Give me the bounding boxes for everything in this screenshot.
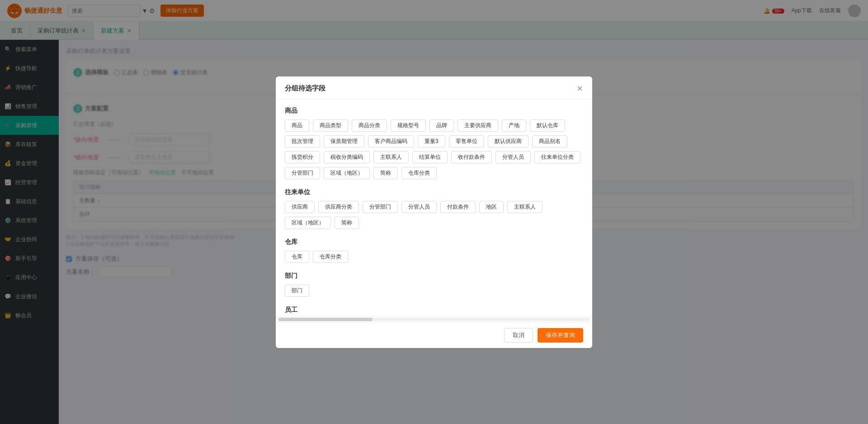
section-goods-title: 商品 xyxy=(285,107,583,115)
section-dept: 部门 部门 xyxy=(285,272,583,297)
tag-partner-1[interactable]: 供应商分类 xyxy=(318,201,359,213)
save-query-button[interactable]: 保存并查询 xyxy=(538,328,583,343)
tag-partner-5[interactable]: 地区 xyxy=(479,201,504,213)
tag-goods-4[interactable]: 品牌 xyxy=(429,119,454,132)
section-employee-title: 员工 xyxy=(285,306,583,314)
modal-title: 分组待选字段 xyxy=(285,84,326,93)
tag-goods-14[interactable]: 商品别名 xyxy=(532,135,567,148)
tag-warehouse-1[interactable]: 仓库分类 xyxy=(313,251,348,263)
modal-body: 商品 商品 商品类型 商品分类 规格型号 品牌 主要供应商 产地 默认仓库 批次… xyxy=(276,100,592,317)
tag-dept-0[interactable]: 部门 xyxy=(285,285,309,297)
section-goods-tags: 商品 商品类型 商品分类 规格型号 品牌 主要供应商 产地 默认仓库 批次管理 … xyxy=(285,119,583,179)
section-employee: 员工 业务员 xyxy=(285,306,583,317)
tag-goods-3[interactable]: 规格型号 xyxy=(391,119,426,132)
section-partner-title: 往来单位 xyxy=(285,188,583,196)
tag-goods-18[interactable]: 结算单位 xyxy=(412,151,448,163)
tag-goods-8[interactable]: 批次管理 xyxy=(285,135,320,148)
tag-goods-17[interactable]: 主联系人 xyxy=(373,151,409,163)
section-partner: 往来单位 供应商 供应商分类 分管部门 分管人员 付款条件 地区 主联系人 区域… xyxy=(285,188,583,229)
modal-header: 分组待选字段 ✕ xyxy=(276,76,592,100)
tag-goods-0[interactable]: 商品 xyxy=(285,119,309,132)
cancel-button[interactable]: 取消 xyxy=(504,328,533,343)
tag-warehouse-0[interactable]: 仓库 xyxy=(285,251,309,263)
tag-goods-2[interactable]: 商品分类 xyxy=(352,119,387,132)
section-warehouse-title: 仓库 xyxy=(285,238,583,246)
section-dept-title: 部门 xyxy=(285,272,583,280)
tag-partner-8[interactable]: 简称 xyxy=(335,217,359,229)
modal-overlay: 分组待选字段 ✕ 商品 商品 商品类型 商品分类 规格型号 品牌 主要供应商 产… xyxy=(0,0,868,424)
tag-goods-19[interactable]: 收付款条件 xyxy=(451,151,492,163)
section-warehouse: 仓库 仓库 仓库分类 xyxy=(285,238,583,263)
tag-goods-20[interactable]: 分管人员 xyxy=(495,151,531,163)
tag-goods-13[interactable]: 默认供应商 xyxy=(488,135,528,148)
modal-dialog: 分组待选字段 ✕ 商品 商品 商品类型 商品分类 规格型号 品牌 主要供应商 产… xyxy=(276,76,592,348)
tag-goods-15[interactable]: 拣货积分 xyxy=(285,151,320,163)
tag-partner-6[interactable]: 主联系人 xyxy=(507,201,542,213)
section-goods: 商品 商品 商品类型 商品分类 规格型号 品牌 主要供应商 产地 默认仓库 批次… xyxy=(285,107,583,179)
tag-goods-24[interactable]: 简称 xyxy=(373,167,398,179)
tag-goods-5[interactable]: 主要供应商 xyxy=(458,119,498,132)
tag-goods-12[interactable]: 零售单位 xyxy=(449,135,484,148)
tag-partner-3[interactable]: 分管人员 xyxy=(401,201,437,213)
section-warehouse-tags: 仓库 仓库分类 xyxy=(285,251,583,263)
tag-partner-0[interactable]: 供应商 xyxy=(285,201,315,213)
tag-partner-7[interactable]: 区域（地区） xyxy=(285,217,331,229)
modal-hscroll xyxy=(276,316,592,322)
modal-close-btn[interactable]: ✕ xyxy=(576,84,583,94)
hscroll-thumb[interactable] xyxy=(278,318,373,321)
tag-partner-2[interactable]: 分管部门 xyxy=(363,201,398,213)
section-partner-tags: 供应商 供应商分类 分管部门 分管人员 付款条件 地区 主联系人 区域（地区） … xyxy=(285,201,583,229)
tag-partner-4[interactable]: 付款条件 xyxy=(440,201,476,213)
tag-goods-25[interactable]: 仓库分类 xyxy=(401,167,437,179)
tag-goods-11[interactable]: 重量3 xyxy=(418,135,445,148)
tag-goods-23[interactable]: 区域（地区） xyxy=(324,167,370,179)
tag-goods-10[interactable]: 客户商品编码 xyxy=(368,135,414,148)
tag-goods-7[interactable]: 默认仓库 xyxy=(530,119,565,132)
section-dept-tags: 部门 xyxy=(285,285,583,297)
tag-goods-16[interactable]: 税收分类编码 xyxy=(324,151,370,163)
modal-footer: 取消 保存并查询 xyxy=(276,322,592,348)
tag-goods-6[interactable]: 产地 xyxy=(502,119,526,132)
tag-goods-1[interactable]: 商品类型 xyxy=(313,119,348,132)
tag-goods-22[interactable]: 分管部门 xyxy=(285,167,320,179)
tag-goods-21[interactable]: 往来单位分类 xyxy=(534,151,580,163)
tag-goods-9[interactable]: 保质期管理 xyxy=(324,135,364,148)
